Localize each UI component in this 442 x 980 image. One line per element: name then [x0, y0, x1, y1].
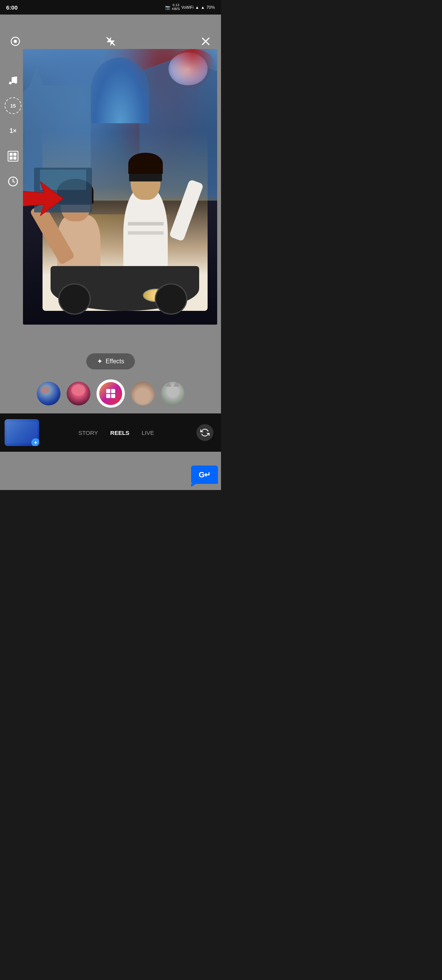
- flash-button[interactable]: [103, 34, 118, 49]
- sparkle-icon: ✦: [97, 357, 103, 366]
- tab-story[interactable]: STORY: [77, 426, 100, 439]
- flip-icon: [200, 428, 210, 437]
- battery-level: 70%: [206, 5, 215, 10]
- brand-logo: G↵: [191, 466, 218, 484]
- status-icons: 📷 0.13KB/S VoWiFi ▲ ▲ 70%: [165, 3, 215, 11]
- bottom-nav: + STORY REELS LIVE: [0, 413, 221, 452]
- tab-reels[interactable]: REELS: [109, 426, 131, 439]
- effects-button[interactable]: ✦ Effects: [86, 353, 135, 369]
- speed-button[interactable]: 1×: [5, 122, 21, 139]
- tab-live[interactable]: LIVE: [140, 426, 156, 439]
- camera-area: 15 1× ✦ Effects: [0, 15, 221, 490]
- speed-value: 1×: [10, 127, 16, 134]
- left-controls: 15 1×: [5, 72, 21, 190]
- thumbnail-2[interactable]: [67, 382, 90, 405]
- svg-point-7: [9, 82, 12, 85]
- thumbnail-4[interactable]: [131, 382, 155, 405]
- nav-tabs: STORY REELS LIVE: [39, 426, 193, 439]
- wifi-icon: ▲: [195, 5, 199, 10]
- thumbnail-5[interactable]: [161, 382, 185, 405]
- reels-icon: [105, 388, 116, 399]
- brand-watermark: G↵: [191, 466, 218, 484]
- top-controls: [0, 34, 221, 49]
- close-button[interactable]: [198, 34, 213, 49]
- svg-rect-13: [111, 394, 115, 398]
- main-image: [23, 49, 217, 325]
- data-speed: 0.13KB/S: [172, 3, 180, 11]
- camera-icon: 📷: [165, 5, 170, 10]
- effects-area: ✦ Effects: [86, 353, 135, 369]
- svg-rect-11: [111, 389, 115, 393]
- gallery-plus: +: [31, 438, 39, 446]
- svg-rect-12: [106, 394, 110, 398]
- gallery-button[interactable]: +: [5, 419, 39, 446]
- vowifi-icon: VoWiFi: [182, 5, 194, 10]
- svg-rect-10: [106, 389, 110, 393]
- layout-button[interactable]: [5, 148, 21, 165]
- status-time: 6:00: [6, 4, 18, 11]
- characters: [43, 132, 208, 311]
- motorcycle: [51, 266, 199, 311]
- music-button[interactable]: [5, 72, 21, 89]
- timer-value: 15: [10, 103, 16, 109]
- record-button-inner: [99, 382, 122, 405]
- signal-icon: ▲: [201, 5, 205, 10]
- clock-button[interactable]: [5, 173, 21, 190]
- thumbnail-1[interactable]: [37, 382, 61, 405]
- flip-camera-button[interactable]: [193, 424, 216, 441]
- status-bar: 6:00 📷 0.13KB/S VoWiFi ▲ ▲ 70%: [0, 0, 221, 15]
- svg-point-8: [15, 81, 17, 83]
- timer-button[interactable]: 15: [5, 97, 21, 114]
- brand-text: G↵: [199, 470, 211, 479]
- effects-label: Effects: [106, 358, 124, 365]
- thumbnails-row: [0, 379, 221, 408]
- main-image-container: [23, 49, 217, 325]
- record-button[interactable]: [97, 379, 125, 408]
- settings-button[interactable]: [8, 34, 23, 49]
